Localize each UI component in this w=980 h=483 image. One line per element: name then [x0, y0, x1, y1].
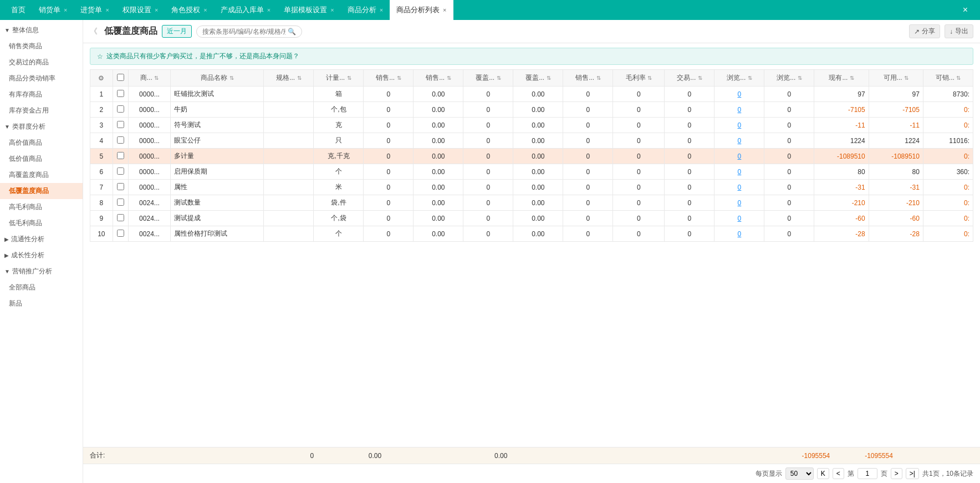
sidebar-item-stocked-goods[interactable]: 有库存商品 — [0, 87, 83, 103]
row-checkbox[interactable] — [117, 199, 124, 206]
row-browse1[interactable]: 0 — [714, 87, 764, 102]
per-page-select[interactable]: 50 10 20 100 — [785, 467, 814, 480]
export-button[interactable]: ↓ 导出 — [945, 24, 973, 38]
row-checkbox[interactable] — [117, 121, 124, 128]
next-page-button[interactable]: > — [891, 468, 902, 479]
sidebar-item-low-value[interactable]: 低价值商品 — [0, 151, 83, 167]
row-checkbox-cell[interactable] — [113, 226, 128, 242]
row-checkbox[interactable] — [117, 167, 124, 175]
row-unit: 箱 — [314, 87, 364, 102]
th-coverage1[interactable]: 覆盖... ⇅ — [463, 70, 513, 87]
row-checkbox-cell[interactable] — [113, 133, 128, 149]
th-saleable[interactable]: 可销... ⇅ — [923, 70, 973, 87]
sidebar-item-high-margin[interactable]: 高毛利商品 — [0, 199, 83, 215]
nav-product-analysis[interactable]: 商品分析 × — [341, 0, 390, 20]
sidebar-section-flow[interactable]: ▶ 流通性分析 — [0, 231, 83, 247]
row-browse1[interactable]: 0 — [714, 164, 764, 180]
row-checkbox[interactable] — [117, 214, 124, 221]
row-gross-margin: 0 — [613, 118, 665, 133]
row-browse1[interactable]: 0 — [714, 180, 764, 195]
settings-icon[interactable]: ⚙ — [98, 74, 104, 82]
row-checkbox[interactable] — [117, 105, 124, 113]
first-page-button[interactable]: K — [817, 468, 829, 479]
nav-sales-order[interactable]: 销货单 × — [32, 0, 74, 20]
th-unit[interactable]: 计量... ⇅ — [314, 70, 364, 87]
sidebar-item-inventory-capital[interactable]: 库存资金占用 — [0, 103, 83, 119]
row-browse1[interactable]: 0 — [714, 211, 764, 226]
close-icon[interactable]: × — [443, 7, 446, 13]
th-gross-margin[interactable]: 毛利率 ⇅ — [613, 70, 665, 87]
row-checkbox-cell[interactable] — [113, 149, 128, 164]
row-checkbox[interactable] — [117, 183, 124, 190]
row-checkbox-cell[interactable] — [113, 164, 128, 180]
close-icon[interactable]: × — [155, 7, 158, 13]
close-icon[interactable]: × — [203, 7, 207, 13]
close-icon[interactable]: × — [330, 7, 334, 13]
sidebar-section-growth[interactable]: ▶ 成长性分析 — [0, 247, 83, 263]
th-current-stock[interactable]: 现有... ⇅ — [814, 70, 869, 87]
th-sales-amount[interactable]: 销售... ⇅ — [414, 70, 463, 87]
close-icon[interactable]: × — [380, 7, 383, 13]
nav-template-settings[interactable]: 单据模板设置 × — [277, 0, 340, 20]
share-button[interactable]: ↗ 分享 — [909, 24, 940, 38]
nav-role-auth[interactable]: 角色授权 × — [165, 0, 213, 20]
row-cov1: 0 — [463, 133, 513, 149]
date-filter-button[interactable]: 近一月 — [162, 25, 192, 38]
row-checkbox[interactable] — [117, 152, 124, 159]
sidebar-item-new-goods[interactable]: 新品 — [0, 296, 83, 312]
row-checkbox-cell[interactable] — [113, 118, 128, 133]
th-trade[interactable]: 交易... ⇅ — [665, 70, 714, 87]
collapse-button[interactable]: 《 — [90, 27, 98, 37]
sidebar-item-high-coverage[interactable]: 高覆盖度商品 — [0, 167, 83, 183]
nav-permission-settings[interactable]: 权限设置 × — [116, 0, 165, 20]
row-checkbox[interactable] — [117, 136, 124, 144]
row-checkbox-cell[interactable] — [113, 102, 128, 118]
th-browse1[interactable]: 浏览... ⇅ — [714, 70, 764, 87]
th-code[interactable]: 商... ⇅ — [128, 70, 171, 87]
sidebar-item-low-coverage[interactable]: 低覆盖度商品 — [0, 183, 83, 199]
row-browse1[interactable]: 0 — [714, 149, 764, 164]
nav-product-analysis-list[interactable]: 商品分析列表 × — [390, 0, 453, 20]
close-icon[interactable]: × — [267, 7, 270, 13]
sidebar-item-category-turnover[interactable]: 商品分类动销率 — [0, 70, 83, 87]
nav-home[interactable]: 首页 — [4, 0, 32, 20]
close-icon[interactable]: × — [64, 7, 67, 13]
row-checkbox[interactable] — [117, 230, 124, 237]
window-close-button[interactable]: × — [955, 5, 976, 15]
row-checkbox-cell[interactable] — [113, 180, 128, 195]
th-available-stock[interactable]: 可用... ⇅ — [869, 70, 923, 87]
sidebar-section-category[interactable]: ▼ 类群度分析 — [0, 119, 83, 135]
last-page-button[interactable]: >| — [906, 468, 919, 479]
sidebar-item-high-value[interactable]: 高价值商品 — [0, 135, 83, 151]
th-name[interactable]: 商品名称 ⇅ — [171, 70, 264, 87]
th-spec[interactable]: 规格... ⇅ — [264, 70, 314, 87]
th-sales-qty[interactable]: 销售... ⇅ — [364, 70, 414, 87]
page-input[interactable] — [858, 468, 877, 479]
close-icon[interactable]: × — [105, 7, 109, 13]
sidebar-section-marketing[interactable]: ▼ 营销推广分析 — [0, 263, 83, 279]
th-coverage2[interactable]: 覆盖... ⇅ — [513, 70, 563, 87]
row-checkbox[interactable] — [117, 90, 124, 97]
row-checkbox-cell[interactable] — [113, 87, 128, 102]
nav-purchase-order[interactable]: 进货单 × — [74, 0, 115, 20]
row-browse1[interactable]: 0 — [714, 102, 764, 118]
row-gross-margin: 0 — [613, 226, 665, 242]
sidebar-item-traded-goods[interactable]: 交易过的商品 — [0, 54, 83, 70]
sidebar-item-sales-goods[interactable]: 销售类商品 — [0, 38, 83, 54]
prev-page-button[interactable]: < — [833, 468, 844, 479]
sidebar-section-overall[interactable]: ▼ 整体信息 — [0, 22, 83, 38]
sidebar-item-all-goods[interactable]: 全部商品 — [0, 279, 83, 296]
select-all-checkbox[interactable] — [117, 74, 124, 81]
th-settings[interactable]: ⚙ — [90, 70, 113, 87]
row-browse1[interactable]: 0 — [714, 195, 764, 211]
search-input[interactable] — [202, 28, 285, 35]
row-checkbox-cell[interactable] — [113, 211, 128, 226]
row-browse1[interactable]: 0 — [714, 118, 764, 133]
th-browse2[interactable]: 浏览... ⇅ — [764, 70, 814, 87]
sidebar-item-low-margin[interactable]: 低毛利商品 — [0, 215, 83, 231]
row-browse1[interactable]: 0 — [714, 133, 764, 149]
row-browse1[interactable]: 0 — [714, 226, 764, 242]
th-sales3[interactable]: 销售... ⇅ — [563, 70, 613, 87]
row-checkbox-cell[interactable] — [113, 195, 128, 211]
nav-product-inbound[interactable]: 产成品入库单 × — [214, 0, 277, 20]
